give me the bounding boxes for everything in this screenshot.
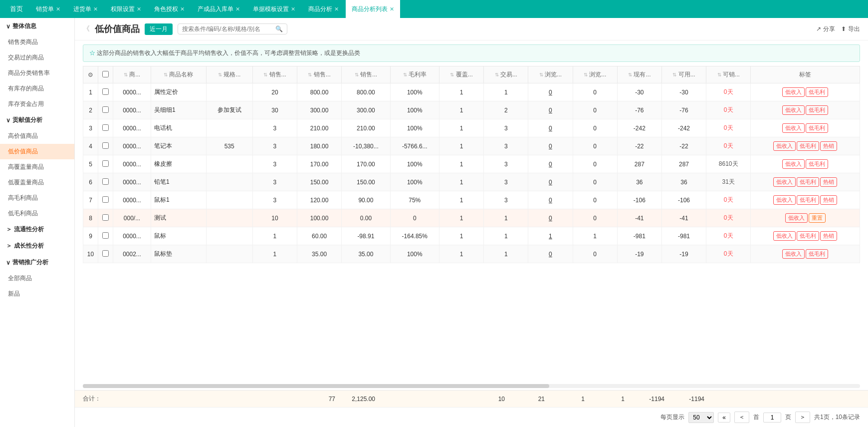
nav-close-permissions[interactable]: ✕ [137,6,141,12]
cell-checkbox[interactable] [98,245,113,263]
row-checkbox[interactable] [102,232,109,239]
cell-checkbox[interactable] [98,209,113,227]
sidebar-item-low-value[interactable]: 低价值商品 [0,144,74,159]
sidebar-group-growth[interactable]: ＞ 成长性分析 [0,238,74,254]
row-checkbox[interactable] [102,106,109,113]
sidebar-item-low-coverage[interactable]: 低覆盖量商品 [0,175,74,190]
sidebar-item-new-products[interactable]: 新品 [0,286,74,302]
cell-s2: 60.00 [297,227,342,245]
nav-template-settings[interactable]: 单据模板设置 ✕ [247,0,301,18]
row-checkbox[interactable] [102,88,109,95]
nav-close-sales[interactable]: ✕ [56,6,60,12]
share-button[interactable]: ↗ 分享 [816,25,835,33]
col-settings[interactable]: ⚙ [83,66,98,83]
cell-checkbox[interactable] [98,137,113,155]
cell-checkbox[interactable] [98,101,113,119]
nav-product-analysis-list[interactable]: 商品分析列表 ✕ [346,0,400,18]
nav-close-finished[interactable]: ✕ [235,6,240,12]
browse-link[interactable]: 1 [549,233,552,240]
export-button[interactable]: ⬆ 导出 [841,25,860,33]
sidebar-item-low-margin[interactable]: 低毛利商品 [0,206,74,221]
nav-sales-order[interactable]: 销货单 ✕ [30,0,66,18]
nav-product-analysis[interactable]: 商品分析 ✕ [302,0,345,18]
cell-browse1[interactable]: 0 [528,83,573,101]
sidebar-item-traded-products[interactable]: 交易过的商品 [0,50,74,65]
cell-browse1[interactable]: 0 [528,101,573,119]
row-checkbox[interactable] [102,160,109,167]
search-icon[interactable]: 🔍 [275,25,283,32]
col-trade: ⇅ 交易... [484,66,528,83]
sidebar-group-liquidity[interactable]: ＞ 流通性分析 [0,221,74,238]
row-checkbox[interactable] [102,250,109,257]
row-checkbox[interactable] [102,124,109,131]
sidebar-item-all-products[interactable]: 全部商品 [0,271,74,286]
sidebar-group-overall[interactable]: ∨ 整体信息 [0,18,74,34]
select-all-checkbox[interactable] [102,71,109,77]
nav-close-roles[interactable]: ✕ [180,6,185,12]
cell-checkbox[interactable] [98,119,113,137]
browse-link[interactable]: 0 [549,125,552,132]
cell-s1: 3 [252,173,297,191]
cell-browse2: 0 [573,245,617,263]
sidebar-item-high-value[interactable]: 高价值商品 [0,128,74,144]
browse-link[interactable]: 0 [549,107,552,114]
nav-roles[interactable]: 角色授权 ✕ [148,0,191,18]
sidebar-group-contribution[interactable]: ∨ 贡献值分析 [0,112,74,128]
nav-close-analysis-list[interactable]: ✕ [390,6,394,12]
sidebar-item-high-coverage[interactable]: 高覆盖量商品 [0,159,74,175]
nav-permissions[interactable]: 权限设置 ✕ [105,0,147,18]
nav-close-template[interactable]: ✕ [291,6,295,12]
next-page-button[interactable]: ＞ [795,412,810,423]
row-checkbox[interactable] [102,142,109,149]
page-size-select[interactable]: 50 100 [688,412,714,423]
sidebar-item-high-margin[interactable]: 高毛利商品 [0,190,74,206]
browse-link[interactable]: 0 [549,161,552,168]
nav-close-purchase[interactable]: ✕ [93,6,98,12]
horizontal-scrollbar[interactable] [83,384,860,388]
cell-browse1[interactable]: 0 [528,245,573,263]
browse-link[interactable]: 0 [549,179,552,186]
cell-browse2: 0 [573,191,617,209]
first-page-button[interactable]: « [718,413,730,423]
sidebar-item-category-sales-rate[interactable]: 商品分类销售率 [0,65,74,81]
cell-checkbox[interactable] [98,155,113,173]
sidebar-item-stocked-products[interactable]: 有库存的商品 [0,81,74,96]
cell-browse1[interactable]: 0 [528,155,573,173]
sidebar-group-marketing[interactable]: ∨ 营销推广分析 [0,254,74,271]
nav-home[interactable]: 首页 [4,0,29,18]
row-checkbox[interactable] [102,214,109,221]
cell-checkbox[interactable] [98,191,113,209]
cell-browse1[interactable]: 0 [528,191,573,209]
tag: 热销 [820,177,837,187]
browse-link[interactable]: 0 [549,215,552,222]
cell-browse1[interactable]: 1 [528,227,573,245]
nav-finished-goods[interactable]: 产成品入库单 ✕ [192,0,246,18]
scrollbar-thumb[interactable] [83,384,549,388]
row-checkbox[interactable] [102,178,109,185]
cell-checkbox[interactable] [98,83,113,101]
search-input[interactable] [182,25,272,32]
cell-checkbox[interactable] [98,173,113,191]
cell-browse1[interactable]: 0 [528,119,573,137]
cell-spec [206,227,252,245]
sidebar-item-sales-products[interactable]: 销售类商品 [0,34,74,50]
browse-link[interactable]: 0 [549,197,552,204]
nav-close-analysis[interactable]: ✕ [334,6,339,12]
data-table-wrapper[interactable]: ⚙ ⇅ 商... ⇅ 商品名称 ⇅ 规格... ⇅ 销售... ⇅ 销售... … [75,66,868,382]
cell-checkbox[interactable] [98,227,113,245]
row-checkbox[interactable] [102,196,109,203]
browse-link[interactable]: 0 [549,143,552,150]
notice-text: 这部分商品的销售收入大幅低于商品平均销售收入，价值不高，可考虑调整营销策略，或是… [97,49,360,56]
prev-page-button[interactable]: ＜ [734,412,749,423]
browse-link[interactable]: 0 [549,89,552,96]
time-filter-button[interactable]: 近一月 [145,23,173,35]
sidebar-collapse-btn[interactable]: 《 [83,24,90,33]
current-page-input[interactable] [763,413,781,423]
nav-purchase-order[interactable]: 进货单 ✕ [67,0,104,18]
cell-browse1[interactable]: 0 [528,173,573,191]
sidebar-item-stock-capital[interactable]: 库存资金占用 [0,96,74,112]
cell-browse1[interactable]: 0 [528,209,573,227]
cell-name: 属性定价 [151,83,206,101]
browse-link[interactable]: 0 [549,251,552,258]
cell-browse1[interactable]: 0 [528,137,573,155]
